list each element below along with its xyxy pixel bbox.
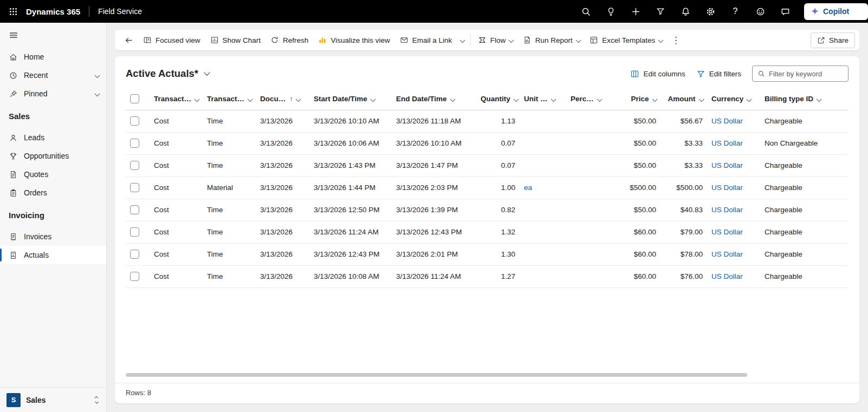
column-header[interactable]: Start Date/Time — [309, 88, 392, 110]
table-row[interactable]: CostMaterial3/13/20263/13/2026 1:44 PM3/… — [126, 176, 848, 199]
cell-link[interactable]: US Dollar — [711, 206, 743, 214]
sidebar-item-label: Actuals — [24, 251, 49, 259]
topbar-actions: ? Copilot — [573, 0, 868, 23]
view-selector[interactable]: Active Actuals* — [126, 68, 209, 80]
grid-cell: 3/13/2026 11:24 AM — [392, 265, 476, 287]
edit-filters-button[interactable]: Edit filters — [696, 69, 741, 79]
filter-button[interactable] — [648, 0, 673, 23]
refresh-button[interactable]: Refresh — [265, 32, 313, 48]
refresh-label: Refresh — [283, 36, 308, 44]
sidebar-item-orders[interactable]: Orders — [0, 184, 106, 202]
column-header-label: Transact… — [154, 95, 191, 103]
column-header-label: Price — [631, 95, 649, 103]
cell-link[interactable]: US Dollar — [711, 250, 743, 258]
notifications-button[interactable] — [673, 0, 698, 23]
column-header[interactable]: Transact… — [150, 88, 203, 110]
copilot-button[interactable]: Copilot — [804, 3, 868, 20]
row-checkbox[interactable] — [130, 205, 139, 214]
sidebar-item-label: Pinned — [24, 89, 48, 98]
sitemap-collapse-button[interactable] — [9, 30, 18, 40]
column-header[interactable]: Perc… — [566, 88, 610, 110]
refresh-icon — [270, 36, 279, 44]
cell-link[interactable]: US Dollar — [711, 272, 743, 280]
column-header[interactable]: End Date/Time — [392, 88, 476, 110]
sidebar-item-leads[interactable]: Leads — [0, 128, 106, 147]
share-button[interactable]: Share — [811, 32, 855, 48]
grid-cell: 3/13/2026 2:01 PM — [392, 243, 476, 265]
sidebar-item-quotes[interactable]: Quotes — [0, 165, 106, 184]
horizontal-scrollbar-thumb[interactable] — [126, 373, 747, 377]
chat-button[interactable] — [773, 0, 798, 23]
table-row[interactable]: CostTime3/13/20263/13/2026 1:43 PM3/13/2… — [126, 154, 848, 176]
visualize-view-button[interactable]: Visualize this view — [313, 32, 394, 48]
cell-link[interactable]: US Dollar — [711, 228, 743, 236]
table-row[interactable]: CostTime3/13/20263/13/2026 10:06 AM3/13/… — [126, 132, 848, 154]
sidebar-item-home[interactable]: Home — [0, 48, 106, 66]
settings-button[interactable] — [698, 0, 723, 23]
search-button[interactable] — [573, 0, 598, 23]
keyword-filter-input[interactable] — [769, 70, 843, 78]
cell-link[interactable]: US Dollar — [711, 117, 743, 125]
table-row[interactable]: CostTime3/13/20263/13/2026 11:24 AM3/13/… — [126, 221, 848, 243]
grid-cell — [566, 221, 610, 243]
lightbulb-button[interactable] — [598, 0, 623, 23]
site-map-sidebar: Home Recent Pinned Sales Leads Opportuni… — [0, 23, 107, 412]
show-chart-button[interactable]: Show Chart — [205, 32, 266, 48]
app-title[interactable]: Dynamics 365 — [26, 7, 80, 16]
row-checkbox[interactable] — [130, 116, 139, 126]
select-all-checkbox[interactable] — [130, 94, 139, 103]
email-link-overflow-button[interactable] — [457, 32, 468, 48]
table-row[interactable]: CostTime3/13/20263/13/2026 10:10 AM3/13/… — [126, 110, 848, 132]
chevron-down-icon — [95, 400, 98, 403]
column-header[interactable]: Currency — [707, 88, 760, 110]
row-checkbox[interactable] — [130, 161, 139, 170]
excel-templates-button[interactable]: Excel Templates — [585, 32, 668, 48]
back-button[interactable] — [119, 32, 138, 48]
command-bar-more-button[interactable]: ⋮ — [668, 32, 684, 48]
cell-link[interactable]: US Dollar — [711, 139, 743, 147]
waffle-menu-button[interactable] — [2, 0, 24, 23]
row-checkbox[interactable] — [130, 272, 139, 281]
focused-view-button[interactable]: Focused view — [138, 32, 205, 48]
column-header[interactable]: Amount — [660, 88, 707, 110]
sidebar-item-opportunities[interactable]: Opportunities — [0, 147, 106, 165]
column-header[interactable]: Quantity — [476, 88, 520, 110]
chevron-down-icon[interactable] — [94, 73, 99, 77]
sidebar-item-recent[interactable]: Recent — [0, 66, 106, 84]
quick-create-button[interactable] — [623, 0, 648, 23]
table-row[interactable]: CostTime3/13/20263/13/2026 12:43 PM3/13/… — [126, 243, 848, 265]
report-icon — [523, 36, 532, 44]
sidebar-group-sales: Sales — [0, 103, 106, 125]
sidebar-item-pinned[interactable]: Pinned — [0, 84, 106, 103]
column-header[interactable]: Price — [610, 88, 660, 110]
environment-title[interactable]: Field Service — [98, 7, 142, 16]
column-header[interactable]: Docu…↑ — [256, 88, 309, 110]
grid-cell: 3/13/2026 — [256, 154, 309, 176]
chevron-down-icon[interactable] — [94, 91, 99, 96]
email-link-button[interactable]: Email a Link — [395, 32, 457, 48]
sidebar-item-invoices[interactable]: Invoices — [0, 227, 106, 246]
copilot-label: Copilot — [823, 7, 849, 16]
feedback-button[interactable] — [748, 0, 773, 23]
flow-button[interactable]: Flow — [473, 32, 518, 48]
row-select-cell — [126, 110, 150, 132]
row-checkbox[interactable] — [130, 183, 139, 192]
sidebar-item-actuals[interactable]: Actuals — [0, 246, 106, 264]
column-header[interactable]: Billing type ID — [760, 88, 848, 110]
column-header[interactable]: Transact… — [203, 88, 256, 110]
edit-columns-button[interactable]: Edit columns — [630, 69, 685, 79]
row-checkbox[interactable] — [130, 139, 139, 148]
area-switcher[interactable]: S Sales — [0, 387, 106, 412]
table-row[interactable]: CostTime3/13/20263/13/2026 12:50 PM3/13/… — [126, 199, 848, 221]
row-checkbox[interactable] — [130, 227, 139, 237]
row-checkbox[interactable] — [130, 250, 139, 259]
cell-link[interactable]: US Dollar — [711, 184, 743, 192]
grid-cell — [566, 265, 610, 287]
column-header[interactable]: Unit … — [520, 88, 566, 110]
table-row[interactable]: CostTime3/13/20263/13/2026 10:08 AM3/13/… — [126, 265, 848, 287]
help-button[interactable]: ? — [723, 0, 748, 23]
cell-link[interactable]: US Dollar — [711, 161, 743, 169]
excel-grid-icon — [590, 36, 598, 44]
run-report-button[interactable]: Run Report — [518, 32, 585, 48]
cell-link[interactable]: ea — [524, 184, 532, 192]
